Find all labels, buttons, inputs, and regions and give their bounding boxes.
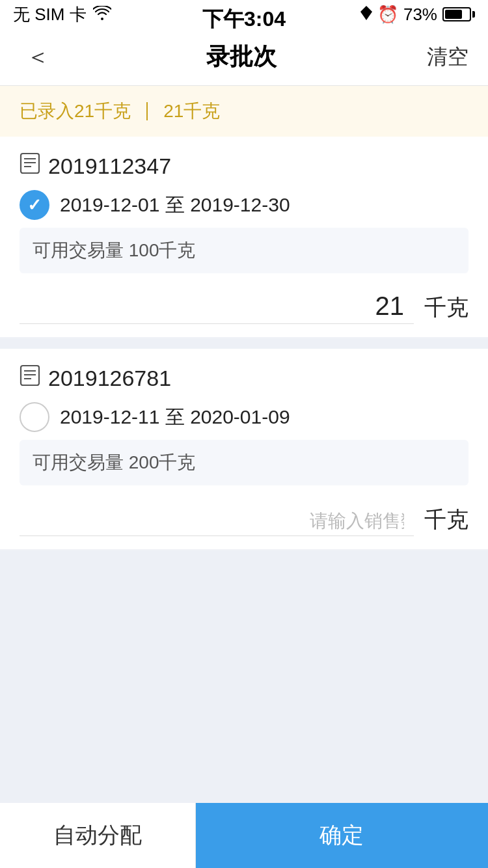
- batch-1-row[interactable]: ✓ 2019-12-01 至 2019-12-30: [0, 185, 488, 228]
- wifi-icon: [93, 5, 111, 25]
- batch-2-availability: 可用交易量 200千克: [20, 440, 468, 485]
- batch-2-row[interactable]: 2019-12-11 至 2020-01-09: [0, 397, 488, 440]
- location-icon: [360, 5, 372, 25]
- batch-card-1: 2019112347 ✓ 2019-12-01 至 2019-12-30 可用交…: [0, 137, 488, 337]
- batch-1-input-wrapper: [20, 292, 414, 324]
- battery-percent: 73%: [403, 5, 437, 25]
- batch-1-quantity-row: 千克: [0, 281, 488, 337]
- document-icon-2: [20, 364, 40, 392]
- back-button[interactable]: ＜: [20, 34, 56, 79]
- batch-2-date: 2019-12-11 至 2020-01-09: [60, 404, 290, 431]
- recorded-label: 已录入21千克: [20, 99, 131, 124]
- document-icon-1: [20, 152, 40, 180]
- section-divider-1: [0, 338, 488, 349]
- status-right: ⏰ 73%: [360, 5, 475, 25]
- batch-1-availability: 可用交易量 100千克: [20, 228, 468, 273]
- batch-2-input-line: [20, 536, 414, 536]
- batch-2-header: 2019126781: [0, 349, 488, 397]
- alarm-icon: ⏰: [377, 5, 398, 25]
- batch-2-quantity-input[interactable]: [310, 504, 414, 533]
- battery-indicator: [442, 7, 475, 21]
- bottom-bar: 自动分配 确定: [0, 803, 488, 868]
- batch-1-quantity-input[interactable]: [310, 292, 414, 321]
- clear-button[interactable]: 清空: [427, 43, 468, 72]
- batch-1-radio[interactable]: ✓: [20, 190, 49, 220]
- summary-bar: 已录入21千克 21千克: [0, 86, 488, 137]
- batch-1-header: 2019112347: [0, 137, 488, 185]
- batch-1-date: 2019-12-01 至 2019-12-30: [60, 192, 290, 219]
- total-label: 21千克: [163, 99, 220, 124]
- batch-2-input-wrapper: [20, 504, 414, 536]
- summary-divider: [146, 102, 148, 120]
- batch-1-input-line: [20, 323, 414, 324]
- batch-2-unit: 千克: [424, 505, 468, 535]
- confirm-button[interactable]: 确定: [196, 803, 488, 868]
- batch-2-number: 2019126781: [48, 366, 171, 391]
- auto-distribute-button[interactable]: 自动分配: [0, 803, 196, 868]
- check-icon-1: ✓: [27, 195, 42, 215]
- batch-1-unit: 千克: [424, 293, 468, 323]
- batch-card-2: 2019126781 2019-12-11 至 2020-01-09 可用交易量…: [0, 349, 488, 549]
- nav-bar: ＜ 录批次 清空: [0, 29, 488, 86]
- batch-1-number: 2019112347: [48, 154, 171, 179]
- page-title: 录批次: [206, 41, 277, 73]
- status-time: 下午3:04: [202, 5, 286, 34]
- status-left: 无 SIM 卡: [13, 3, 111, 26]
- batch-2-quantity-row: 千克: [0, 493, 488, 549]
- status-bar: 无 SIM 卡 下午3:04 ⏰ 73%: [0, 0, 488, 29]
- batch-2-radio[interactable]: [20, 402, 49, 432]
- carrier-label: 无 SIM 卡: [13, 3, 87, 26]
